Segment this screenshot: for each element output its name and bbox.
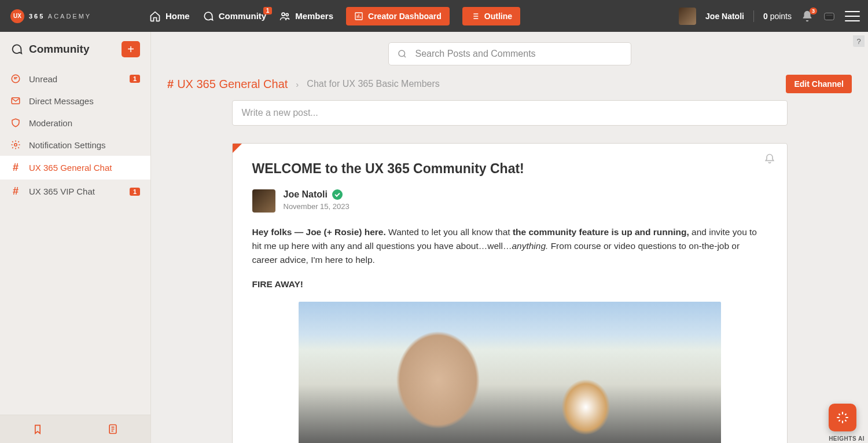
unread-icon (10, 74, 21, 84)
post-image (299, 302, 721, 443)
main: ? # UX 365 General Chat › Chat for UX 36… (151, 32, 868, 443)
post-text: anything. (512, 241, 548, 251)
post-date: November 15, 2023 (284, 202, 350, 211)
pinned-corner (233, 144, 242, 153)
post-subscribe-button[interactable] (764, 153, 775, 166)
svg-point-6 (14, 144, 17, 147)
shield-icon (10, 118, 21, 128)
chat-icon (203, 10, 214, 22)
svg-point-1 (286, 13, 288, 16)
nav-community[interactable]: Community 1 (203, 10, 267, 22)
heights-label: HEIGHTS AI (829, 435, 865, 442)
dm-icon (10, 96, 21, 106)
sidebar-item-moderation[interactable]: Moderation (0, 112, 150, 134)
channel-name[interactable]: # UX 365 General Chat (167, 78, 288, 91)
post-text: Wanted to let you all know that (386, 227, 513, 237)
post-text: FIRE AWAY! (252, 279, 303, 289)
notif-badge: 3 (810, 8, 817, 14)
sidebar-item-label: Moderation (29, 118, 72, 128)
sidebar-channel-label: UX 365 General Chat (29, 163, 112, 173)
nav-community-badge: 1 (263, 7, 273, 14)
inbox-icon (823, 10, 836, 23)
outline-icon (470, 12, 480, 21)
post-text: the community feature is up and running, (513, 227, 689, 237)
sidebar: Community + Unread 1 Direct Messages Mod… (0, 32, 151, 443)
user-avatar[interactable] (679, 8, 696, 25)
brand-tagline: 365 ACADEMY (29, 13, 91, 20)
help-button[interactable]: ? (853, 35, 865, 47)
nav-creator-dashboard[interactable]: Creator Dashboard (346, 7, 450, 25)
edit-channel-button[interactable]: Edit Channel (786, 75, 852, 93)
post-meta: Joe Natoli November 15, 2023 (252, 189, 767, 213)
channel-header: # UX 365 General Chat › Chat for UX 365 … (151, 68, 868, 100)
svg-point-8 (399, 50, 405, 57)
inbox-button[interactable] (823, 10, 836, 23)
hash-icon: # (10, 162, 21, 174)
user-name[interactable]: Joe Natoli (705, 12, 744, 21)
post-card: WELCOME to the UX 365 Community Chat! Jo… (232, 143, 788, 443)
gear-icon (10, 140, 21, 150)
search-icon (397, 49, 407, 59)
sidebar-header: Community + (0, 32, 150, 63)
post-title: WELCOME to the UX 365 Community Chat! (252, 161, 767, 177)
nav-creator-label: Creator Dashboard (368, 12, 442, 21)
post-author-name[interactable]: Joe Natoli (284, 189, 328, 200)
divider (753, 10, 754, 22)
svg-rect-3 (825, 13, 834, 20)
verified-icon (332, 189, 343, 200)
chevron-right-icon: › (296, 79, 299, 89)
sidebar-channel-general[interactable]: # UX 365 General Chat (0, 156, 150, 180)
nav-members-label: Members (295, 11, 333, 21)
compose-post[interactable]: Write a new post... (232, 100, 788, 126)
sidebar-item-label: Direct Messages (29, 96, 94, 106)
search-box[interactable] (388, 42, 631, 65)
sidebar-item-label: Unread (29, 74, 57, 84)
dashboard-icon (354, 12, 363, 21)
sidebar-item-label: Notification Settings (29, 140, 106, 150)
edit-channel-label: Edit Channel (794, 79, 844, 89)
hash-icon: # (10, 185, 21, 197)
sidebar-title: Community (10, 43, 90, 56)
bell-icon (764, 153, 775, 164)
sidebar-list: Unread 1 Direct Messages Moderation Noti… (0, 63, 150, 208)
top-header: UX 365 ACADEMY Home Community 1 Members … (0, 0, 868, 32)
sidebar-channel-vip[interactable]: # UX 365 VIP Chat 1 (0, 180, 150, 203)
nav-outline[interactable]: Outline (462, 7, 520, 25)
home-icon (149, 10, 161, 22)
post-body: Hey folks — Joe (+ Rosie) here. Wanted t… (252, 225, 767, 443)
top-nav: Home Community 1 Members Creator Dashboa… (149, 7, 520, 25)
notifications-button[interactable]: 3 (801, 10, 814, 23)
sidebar-channel-label: UX 365 VIP Chat (29, 186, 95, 196)
post-text: Hey folks — Joe (+ Rosie) here. (252, 227, 386, 237)
sidebar-title-label: Community (29, 43, 90, 56)
add-channel-button[interactable]: + (122, 41, 140, 57)
nav-community-label: Community (219, 11, 267, 21)
brand-logo: UX (10, 9, 24, 23)
nav-outline-label: Outline (484, 12, 512, 21)
sidebar-item-unread[interactable]: Unread 1 (0, 68, 150, 90)
header-right: Joe Natoli 0 points 3 (679, 8, 860, 25)
post-author-avatar[interactable] (252, 189, 275, 213)
brand[interactable]: UX 365 ACADEMY (10, 9, 149, 23)
search-input[interactable] (414, 48, 623, 60)
nav-home-label: Home (165, 11, 190, 21)
user-points: 0 points (763, 12, 792, 21)
sidebar-item-dm[interactable]: Direct Messages (0, 90, 150, 112)
ai-assistant-button[interactable] (829, 404, 856, 431)
sidebar-footer (0, 415, 150, 443)
nav-home[interactable]: Home (149, 10, 190, 22)
nav-members[interactable]: Members (279, 10, 333, 22)
bookmark-icon[interactable] (32, 423, 43, 435)
sidebar-item-notif-settings[interactable]: Notification Settings (0, 134, 150, 156)
sidebar-channel-count: 1 (130, 188, 140, 196)
channel-desc: Chat for UX 365 Basic Members (307, 79, 439, 89)
sidebar-item-count: 1 (130, 75, 140, 83)
channel-name-label: UX 365 General Chat (177, 78, 288, 91)
menu-button[interactable] (845, 11, 860, 21)
svg-point-0 (282, 13, 285, 16)
hash-icon: # (167, 78, 174, 91)
notes-icon[interactable] (107, 423, 119, 435)
chat-icon (10, 43, 23, 56)
sparkle-icon (835, 410, 850, 425)
members-icon (279, 10, 290, 22)
